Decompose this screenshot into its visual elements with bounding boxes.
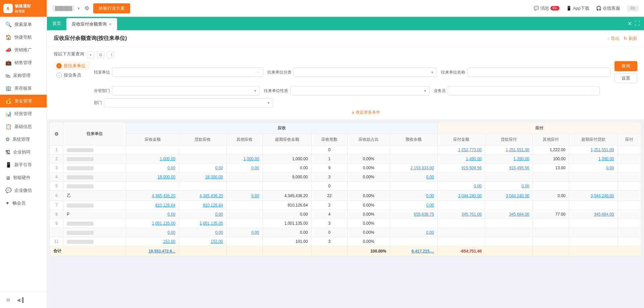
topbar-right: 💬 消息 99+ 📱 App下载 🎧 在线客服 Rit	[534, 5, 639, 11]
table-row: 30.000.000.000.0090.00%2,153,333.00915,5…	[50, 164, 641, 173]
settings-col-header[interactable]: ⚙	[50, 123, 63, 145]
filter-row-3: 部门 ▼	[94, 98, 637, 107]
table-row: 7810,126.64810,126.64810,126.6420.00%0.0…	[50, 201, 641, 210]
partner-cell: 乙	[63, 191, 126, 201]
tabbar-right: ✕ ⛶	[628, 20, 644, 27]
salesman-input[interactable]: ···	[448, 86, 600, 95]
trial-industry-btn[interactable]: 体验行业方案	[93, 3, 130, 13]
tab-close-icon[interactable]: ✕	[109, 22, 112, 27]
sales-icon: 💼	[5, 60, 12, 66]
partner-cell	[63, 228, 126, 237]
refresh-icon: ↻	[624, 36, 627, 41]
partner-nature-dropdown[interactable]: ▼	[290, 86, 430, 95]
partner-nature-label: 往来单位性质	[264, 88, 288, 94]
tab-query[interactable]: 应收应付余额查询 ✕	[66, 18, 117, 30]
sidebar-item-marketing[interactable]: 📣 营销推广	[0, 44, 47, 56]
prepay-header: 预收余额	[390, 134, 437, 145]
filter-add-btn[interactable]: ＋	[87, 51, 94, 58]
online-service-btn[interactable]: 🎧 在线客服	[596, 5, 620, 11]
content: 应收应付余额查询(按往来单位) ↑ 导出 ↻ 刷新 按以下方案查询 ＋ ⊙	[47, 30, 644, 308]
sidebar-logo: 6 畅捷通财 标准版	[0, 0, 47, 17]
refresh-label: 刷新	[629, 36, 637, 42]
yingfu-group-header: 应付	[437, 123, 641, 134]
tab-home[interactable]: 首页	[47, 17, 66, 30]
sidebar-item-label: 销售管理	[14, 60, 32, 66]
sidebar-item-quick-nav[interactable]: 🏠 快捷导航	[0, 31, 47, 44]
filter-left-arrow-btn[interactable]: 《	[107, 51, 114, 58]
company-arrow-icon: ▼	[77, 6, 80, 10]
partner-col-header: 往来单位	[63, 123, 126, 145]
tab-close-all-btn[interactable]: ✕	[628, 20, 632, 27]
scheme-item-partner[interactable]: ↔ 按往来单位	[54, 61, 90, 71]
collapse-btn[interactable]: ∧ 收起更多条件	[352, 109, 380, 115]
filter-area: 按以下方案查询 ＋ ⊙ 《 ↔ 按往来单位 ↔ 按业务员	[47, 47, 644, 120]
salesman-label: 业务员	[434, 88, 446, 94]
table-row: 101,252,773.001,251,551.001,222.001,251,…	[50, 145, 641, 155]
fenguan-dropdown[interactable]: ▼	[112, 86, 260, 95]
partner-cell	[63, 164, 126, 173]
message-btn[interactable]: 💬 消息 99+	[534, 5, 559, 11]
sidebar-item-basic[interactable]: 📋 基础信息	[0, 120, 47, 133]
logo-icon: 6	[3, 4, 13, 13]
ar-amount-header: 应收金额	[126, 134, 179, 145]
company-selector[interactable]: ██████ ▼	[52, 5, 80, 11]
sidebar-nav: 🔍 搜索菜单 🏠 快捷导航 📣 营销推广 💼 销售管理 🛍 采购管理 🏢 库存核…	[0, 17, 47, 292]
loan-ar-header: 贷款应收	[179, 134, 226, 145]
sidebar-item-finance[interactable]: 💰 资金管理	[0, 95, 47, 107]
sidebar-item-label: 库存核算	[14, 85, 32, 91]
jiesuan-label: 结算单位	[94, 70, 110, 75]
sidebar-item-label: 营销推广	[14, 47, 32, 53]
ar-count-header: 应收笔数	[311, 134, 347, 145]
jiesuan-input[interactable]: ···	[112, 68, 263, 77]
sidebar-item-hardware[interactable]: 🖥 智能硬件	[0, 171, 47, 184]
filter-field-salesman: 业务员 ···	[434, 86, 600, 95]
footer-collapse-btn[interactable]: ◀▐	[15, 295, 25, 305]
collapse-up-icon: ∧	[352, 110, 355, 115]
sidebar-item-search-menu[interactable]: 🔍 搜索菜单	[0, 18, 47, 31]
sidebar-item-label: 系统管理	[12, 136, 30, 142]
sidebar-item-operations[interactable]: 📊 经营管理	[0, 107, 47, 120]
app-download-btn[interactable]: 📱 App下载	[566, 5, 589, 11]
query-btn[interactable]: 查询	[614, 61, 637, 71]
scheme-item-salesman[interactable]: ↔ 按业务员	[54, 71, 90, 80]
guide-icon: 📱	[5, 162, 12, 168]
user-avatar[interactable]: Rit	[627, 6, 639, 11]
sidebar-item-inventory[interactable]: 🏢 库存核算	[0, 82, 47, 95]
inventory-icon: 🏢	[5, 85, 12, 91]
sidebar-item-purchase[interactable]: 🛍 采购管理	[0, 69, 47, 82]
sidebar-item-sales[interactable]: 💼 销售管理	[0, 56, 47, 69]
table-settings-icon[interactable]: ⚙	[54, 131, 59, 137]
message-badge: 99+	[550, 6, 559, 10]
topbar-gear-btn[interactable]: ⚙	[85, 5, 89, 11]
sidebar-item-wechat[interactable]: 💬 企业微信	[0, 184, 47, 197]
other-ar-header: 其他应收	[226, 134, 263, 145]
partner-name-input[interactable]	[467, 68, 610, 77]
sidebar-item-member[interactable]: ✦ 畅会员	[0, 197, 47, 210]
sidebar-item-system[interactable]: ⚙ 系统管理	[0, 133, 47, 146]
tab-query-label: 应收应付余额查询	[72, 21, 107, 27]
filter-body: ↔ 按往来单位 ↔ 按业务员 结算单位 ···	[54, 61, 637, 115]
purchase-icon: 🛍	[5, 73, 10, 79]
other-ap-header: 其他应付	[533, 134, 569, 145]
sidebar-item-guide[interactable]: 📱 新手引导	[0, 159, 47, 171]
partner-cell	[63, 201, 126, 210]
hardware-icon: 🖥	[5, 175, 10, 181]
partner-cat-dropdown[interactable]: ▼	[293, 68, 437, 77]
salesman-scheme-icon: ↔	[56, 73, 62, 78]
sidebar-item-corp[interactable]: 🏗 企业协同	[0, 146, 47, 159]
dept-arrow: ▼	[267, 101, 270, 105]
filter-field-dept: 部门 ▼	[94, 98, 273, 107]
filter-settings-icon[interactable]: ⊙	[97, 51, 104, 58]
operations-icon: 📊	[5, 111, 12, 117]
settings-btn[interactable]: 设置	[614, 73, 637, 83]
table-row: 6乙4,345,436.204,345,436.200.004,345,436.…	[50, 191, 641, 201]
export-btn[interactable]: ↑ 导出	[607, 36, 620, 42]
total-ar-count	[311, 246, 347, 256]
refresh-btn[interactable]: ↻ 刷新	[624, 36, 637, 42]
tab-fullscreen-btn[interactable]: ⛶	[635, 20, 640, 27]
dept-dropdown[interactable]: ▼	[104, 98, 273, 107]
total-other-ar	[226, 246, 263, 256]
footer-settings-btn[interactable]: ⚙	[3, 295, 13, 305]
total-prepay[interactable]: 6,417,215....	[390, 246, 437, 256]
total-ar-amount[interactable]: 19,553,472,6...	[126, 246, 179, 256]
